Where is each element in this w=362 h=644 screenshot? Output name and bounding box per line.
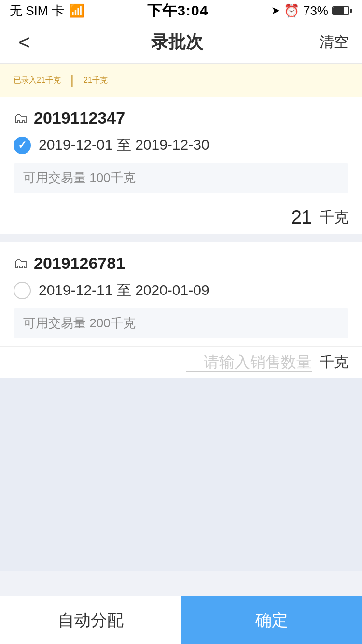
location-icon: ➤ [271,4,280,17]
qty-value-1: 21 [292,207,312,228]
summary-divider: | [70,72,74,88]
battery-icon [332,6,352,15]
status-left: 无 SIM 卡 📶 [10,2,84,19]
batch-header-1: 🗂 2019112347 [0,97,362,131]
batch-id-1: 2019112347 [34,109,125,127]
batch-card-1: 🗂 2019112347 ✓ 2019-12-01 至 2019-12-30 可… [0,97,362,234]
summary-value: 21千克 [84,75,108,85]
qty-unit-2: 千克 [320,352,348,372]
batch-card-2: 🗂 2019126781 2019-12-11 至 2020-01-09 可用交… [0,242,362,378]
radio-2[interactable] [14,282,31,299]
bottom-spacer [0,378,362,571]
qty-input-row-2[interactable]: 千克 [0,346,362,378]
summary-bar: 已录入21千克 | 21千克 [0,64,362,97]
batch-id-2: 2019126781 [34,254,125,273]
doc-icon-1: 🗂 [14,110,28,126]
radio-1[interactable]: ✓ [14,137,31,154]
nav-bar: < 录批次 清空 [0,21,362,64]
batch-date-1: 2019-12-01 至 2019-12-30 [39,135,209,155]
clear-button[interactable]: 清空 [320,32,348,52]
available-qty-2: 可用交易量 200千克 [14,308,348,338]
available-qty-1: 可用交易量 100千克 [14,163,348,193]
content-area: 已录入21千克 | 21千克 🗂 2019112347 ✓ 2019-12-01… [0,64,362,619]
batch-date-2: 2019-12-11 至 2020-01-09 [39,280,209,300]
auto-distribute-button[interactable]: 自动分配 [0,596,181,644]
qty-unit-1: 千克 [320,208,348,227]
wifi-icon: 📶 [69,3,84,18]
confirm-button[interactable]: 确定 [181,596,362,644]
carrier-text: 无 SIM 卡 [10,2,64,19]
page-title: 录批次 [151,30,203,54]
batch-date-row-2[interactable]: 2019-12-11 至 2020-01-09 [0,277,362,306]
bottom-buttons: 自动分配 确定 [0,596,362,644]
battery-text: 73% [303,3,328,18]
card-separator-1 [0,234,362,242]
qty-row-1: 21 千克 [0,201,362,234]
batch-header-2: 🗂 2019126781 [0,242,362,277]
available-label-2: 可用交易量 200千克 [23,316,136,330]
back-button[interactable]: < [14,26,35,59]
check-icon-1: ✓ [18,139,27,152]
status-right: ➤ ⏰ 73% [271,3,352,18]
batch-date-row-1[interactable]: ✓ 2019-12-01 至 2019-12-30 [0,131,362,161]
status-time: 下午3:04 [147,1,208,21]
status-bar: 无 SIM 卡 📶 下午3:04 ➤ ⏰ 73% [0,0,362,21]
doc-icon-2: 🗂 [14,255,28,272]
qty-input-2[interactable] [186,353,312,372]
summary-label: 已录入21千克 [14,75,61,85]
alarm-icon: ⏰ [284,3,299,18]
available-label-1: 可用交易量 100千克 [23,170,136,185]
